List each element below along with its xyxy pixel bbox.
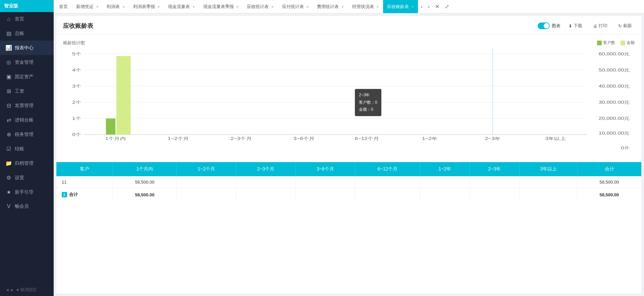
tab-prev-btn[interactable]: ‹ [418,2,425,11]
tab-cashflow-close[interactable]: × [193,5,195,9]
sidebar-item-reports[interactable]: 📊 报表中心 [0,41,54,55]
sidebar-item-assets[interactable]: ▣ 固定资产 [0,69,54,84]
sidebar-item-label: 总账 [15,31,24,37]
cell-y12 [420,176,470,188]
col-m23: 2~3个月 [236,162,296,176]
col-m12: 1~2个月 [176,162,236,176]
tab-operations[interactable]: 经营状况表 × [348,0,383,13]
table-footer-row: Σ 合计 58,500.00 58,500.00 [56,188,641,201]
sidebar-item-salary[interactable]: ⊞ 工资 [0,84,54,98]
tab-ar-aging-close[interactable]: × [412,5,414,9]
sidebar-item-label: 进销台账 [15,117,34,123]
vip-icon: V [5,203,12,209]
bar-amount-1[interactable] [116,56,131,135]
sidebar-item-settings[interactable]: ⚙ 设置 [0,170,54,185]
sidebar-item-sales[interactable]: ⇄ 进销台账 [0,113,54,127]
refresh-icon: ↻ [618,23,622,29]
checkout-icon: ☑ [5,146,12,152]
bar-customer-1[interactable] [106,118,115,135]
sidebar-item-label: 首页 [15,16,24,22]
footer-label-text: 合计 [69,192,78,198]
sidebar-item-home[interactable]: ⌂ 首页 [0,12,54,26]
sidebar-item-vip[interactable]: V 畅会员 [0,199,54,213]
tab-cashflow[interactable]: 现金流量表 × [164,0,199,13]
cell-total: 58,500.00 [577,176,641,188]
tab-ap-stats-label: 应付统计表 [282,4,304,10]
svg-text:1~2个月: 1~2个月 [168,136,189,141]
tab-cashflow-q-label: 现金流量表季报 [203,4,234,10]
tab-profit-label: 利润表 [107,4,120,10]
tab-ap-stats[interactable]: 应付统计表 × [278,0,313,13]
tab-profit[interactable]: 利润表 × [103,0,129,13]
sidebar-item-label: 资金管理 [15,59,34,65]
tab-ar-stats-close[interactable]: × [271,5,273,9]
reports-icon: 📊 [5,45,12,51]
footer-total: 58,500.00 [577,188,641,201]
svg-text:1~2年: 1~2年 [422,136,437,141]
download-btn[interactable]: ⬇ 下载 [566,21,585,30]
tab-home[interactable]: 首页 [55,0,72,13]
tab-profit-q-close[interactable]: × [158,5,160,9]
tab-new-voucher-label: 新增凭证 [76,4,94,10]
tab-ar-stats-label: 应收统计表 [247,4,269,10]
sidebar-item-invoice[interactable]: ⊟ 发票管理 [0,98,54,113]
page-title: 应收账龄表 [63,22,93,30]
tab-close-all-btn[interactable]: ✕ [432,2,442,11]
tab-ap-stats-close[interactable]: × [307,5,309,9]
footer-y23 [470,188,519,201]
nav-collapse-btn[interactable]: ◄◄ ◄ 取消固定 [0,284,54,296]
sidebar-item-label: 发票管理 [15,103,34,109]
print-btn[interactable]: 🖨 打印 [590,21,610,30]
refresh-btn[interactable]: ↻ 刷新 [615,21,635,30]
tab-expand-btn[interactable]: ⤢ [442,2,452,11]
sidebar-item-tax[interactable]: ⊕ 税务管理 [0,127,54,142]
sidebar-item-ledger[interactable]: ▤ 总账 [0,26,54,41]
main-area: 首页 新增凭证 × 利润表 × 利润表季报 × 现金流量表 × 现金流量表季报 … [54,0,644,296]
sidebar-item-label: 工资 [15,88,24,94]
sidebar-item-archive[interactable]: 📁 归档管理 [0,156,54,170]
tab-profit-close[interactable]: × [122,5,124,9]
tab-expense[interactable]: 费用统计表 × [313,0,348,13]
sidebar-item-label: 固定资产 [15,74,34,80]
legend-amount-label: 金额 [627,40,635,46]
sidebar-item-label: 畅会员 [15,203,29,209]
tab-new-voucher-close[interactable]: × [96,5,98,9]
tab-ar-stats[interactable]: 应收统计表 × [243,0,278,13]
app-logo: 智业版 [0,0,54,12]
sidebar-item-label: 新手引导 [15,189,34,195]
star-icon: ★ [5,189,12,195]
legend-customer-label: 客户数 [603,40,615,46]
total-icon: Σ [62,192,67,197]
sidebar-item-label: 归档管理 [15,160,34,166]
tab-ar-aging[interactable]: 应收账龄表 × [383,0,418,13]
tab-cashflow-q[interactable]: 现金流量表季报 × [199,0,243,13]
tab-operations-close[interactable]: × [377,5,379,9]
tab-bar: 首页 新增凭证 × 利润表 × 利润表季报 × 现金流量表 × 现金流量表季报 … [54,0,644,13]
tab-ar-aging-label: 应收账龄表 [387,4,409,10]
page-header: 应收账龄表 图表 ⬇ 下载 🖨 打印 ↻ 刷新 [56,16,641,35]
col-y12: 1~2年 [420,162,470,176]
footer-y12 [420,188,470,201]
tab-new-voucher[interactable]: 新增凭证 × [72,0,103,13]
tab-next-btn[interactable]: › [425,2,432,11]
chart-toggle[interactable] [538,22,550,29]
sidebar-item-checkout[interactable]: ☑ 结账 [0,142,54,156]
tab-profit-q[interactable]: 利润表季报 × [129,0,164,13]
svg-text:50,000.00元: 50,000.00元 [599,68,630,72]
svg-text:40,000.00元: 40,000.00元 [599,84,630,88]
tab-expense-close[interactable]: × [341,5,343,9]
svg-text:20,000.00元: 20,000.00元 [599,116,630,120]
download-icon: ⬇ [569,23,572,29]
chart-title: 账龄统计图 [63,40,635,46]
tab-cashflow-q-close[interactable]: × [236,5,238,9]
sidebar-item-guide[interactable]: ★ 新手引导 [0,185,54,199]
svg-text:10,000.00元: 10,000.00元 [599,131,630,135]
collapse-icon: ◄◄ [5,288,13,292]
svg-text:30,000.00元: 30,000.00元 [599,100,630,104]
svg-text:0个: 0个 [72,132,81,137]
chart-svg: 5个 4个 3个 2个 1个 0个 60,000.00元 50,000.00元 … [63,49,635,149]
svg-text:5个: 5个 [72,52,81,56]
col-y3plus: 3年以上 [519,162,577,176]
sidebar-item-funds[interactable]: ◎ 资金管理 [0,55,54,69]
cell-m12 [176,176,236,188]
